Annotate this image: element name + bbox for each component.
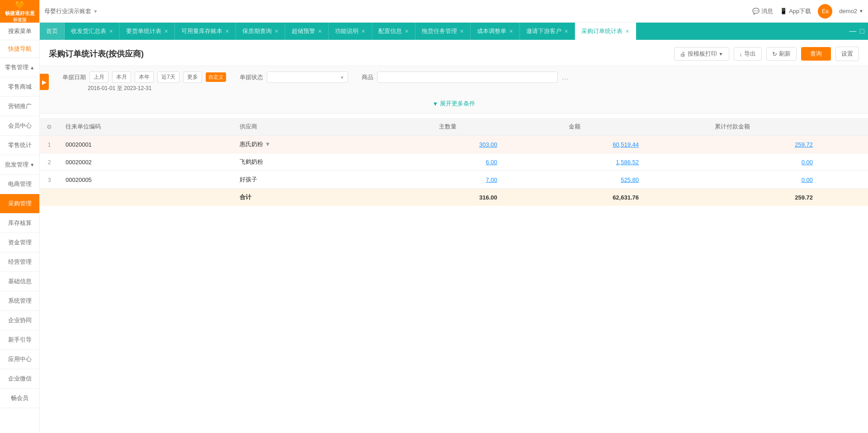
footer-empty2 bbox=[820, 189, 868, 206]
tab-close-icon[interactable]: ✕ bbox=[460, 29, 464, 34]
logo-sub: 标签版 bbox=[13, 17, 27, 23]
sidebar-item-app-center[interactable]: 应用中心 bbox=[0, 350, 39, 369]
tab-shoufahuisum[interactable]: 收发货汇总表 ✕ bbox=[65, 23, 120, 40]
tab-yaoqing[interactable]: 邀请下游客户 ✕ bbox=[520, 23, 575, 40]
tabbar: 首页 收发货汇总表 ✕ 要货单统计表 ✕ 可用量库存账本 ✕ 保质期查询 ✕ 超… bbox=[40, 23, 868, 40]
tab-close-icon[interactable]: ✕ bbox=[625, 29, 629, 34]
row-amount[interactable]: 1,586.52 bbox=[504, 153, 646, 171]
tab-close-icon[interactable]: ✕ bbox=[274, 29, 278, 34]
tab-baozhi[interactable]: 保质期查询 ✕ bbox=[236, 23, 285, 40]
tab-yaohuosum[interactable]: 要货单统计表 ✕ bbox=[120, 23, 175, 40]
sidebar-item-member-center[interactable]: 会员中心 bbox=[0, 116, 39, 136]
date-filter-label: 单据日期 bbox=[62, 73, 86, 81]
sidebar-item-retail-store[interactable]: 零售商城 bbox=[0, 77, 39, 97]
chevron-down-icon: ▲ bbox=[30, 65, 34, 70]
page-content: 采购订单统计表(按供应商) 🖨 按模板打印 ▼ ↓ 导出 ↻ 刷新 查询 设置 bbox=[40, 40, 868, 433]
print-icon: 🖨 bbox=[680, 51, 686, 57]
more-btn[interactable]: 更多 bbox=[183, 71, 202, 83]
row-quantity[interactable]: 6.00 bbox=[392, 153, 504, 171]
tab-peizhi[interactable]: 配置信息 ✕ bbox=[372, 23, 415, 40]
row-index: 3 bbox=[40, 171, 59, 189]
row-amount[interactable]: 525.80 bbox=[504, 171, 646, 189]
sidebar-item-vip[interactable]: 畅会员 bbox=[0, 389, 39, 408]
sidebar-item-retail-stats[interactable]: 零售统计 bbox=[0, 136, 39, 155]
date-range-display: 2016-01-01 至 2023-12-31 bbox=[88, 85, 151, 92]
table-row: 1 00020001 惠氏奶粉 ▼ 303.00 60,519.44 259.7… bbox=[40, 136, 868, 153]
this-month-btn[interactable]: 本月 bbox=[112, 71, 131, 83]
tab-close-icon[interactable]: ✕ bbox=[361, 29, 365, 34]
user-avatar[interactable]: Ea bbox=[818, 4, 832, 19]
row-index: 2 bbox=[40, 153, 59, 171]
table-footer-row: 合计 316.00 62,631.76 259.72 bbox=[40, 189, 868, 206]
sidebar-item-enterprise-wechat[interactable]: 企业微信 bbox=[0, 369, 39, 389]
sidebar-item-new-guide[interactable]: 新手引导 bbox=[0, 330, 39, 350]
message-icon: 💬 bbox=[752, 8, 760, 14]
tab-chaochu[interactable]: 超储预警 ✕ bbox=[285, 23, 329, 40]
column-settings-icon[interactable]: ⚙ bbox=[47, 124, 52, 130]
app-download-action[interactable]: 📱 App下载 bbox=[780, 7, 811, 15]
tab-close-icon[interactable]: ✕ bbox=[164, 29, 168, 34]
row-quantity[interactable]: 303.00 bbox=[392, 136, 504, 153]
col-unit-code-header: 往来单位编码 bbox=[59, 118, 233, 136]
tab-close-icon[interactable]: ✕ bbox=[564, 29, 568, 34]
filter-section: ▶ 单据日期 上月 本月 本年 近7天 更多 自定义 2016-01-01 至 … bbox=[40, 66, 868, 114]
status-select[interactable]: 全部 待审核 已审核 bbox=[267, 71, 348, 83]
settings-button[interactable]: 设置 bbox=[835, 47, 859, 61]
sidebar-item-inventory[interactable]: 库存核算 bbox=[0, 214, 39, 233]
tab-home[interactable]: 首页 bbox=[40, 23, 65, 40]
sidebar-item-batch-mgmt[interactable]: 批发管理 ▼ bbox=[0, 155, 39, 175]
tab-close-icon[interactable]: ✕ bbox=[509, 29, 513, 34]
message-action[interactable]: 💬 消息 bbox=[752, 7, 773, 15]
tab-gongneng[interactable]: 功能说明 ✕ bbox=[329, 23, 372, 40]
goods-input[interactable] bbox=[377, 71, 558, 83]
sidebar-toggle-icon[interactable]: ▶ bbox=[40, 74, 49, 90]
sidebar-item-ecommerce[interactable]: 电商管理 bbox=[0, 175, 39, 194]
row-supplier: 惠氏奶粉 ▼ bbox=[233, 136, 392, 153]
tab-label: 功能说明 bbox=[335, 27, 359, 35]
sidebar-item-basic-info[interactable]: 基础信息 bbox=[0, 272, 39, 291]
tab-close-icon[interactable]: ✕ bbox=[225, 29, 229, 34]
sidebar-item-sys-mgmt[interactable]: 系统管理 bbox=[0, 291, 39, 311]
user-name[interactable]: demo2 ▼ bbox=[839, 8, 863, 14]
row-paid[interactable]: 259.72 bbox=[646, 136, 820, 153]
sidebar-item-purchase-mgmt[interactable]: 采购管理 bbox=[0, 194, 39, 214]
sidebar-item-marketing[interactable]: 营销推广 bbox=[0, 97, 39, 116]
tab-keyongliang[interactable]: 可用量库存账本 ✕ bbox=[175, 23, 236, 40]
tab-caigousum[interactable]: 采购订单统计表 ✕ bbox=[575, 23, 636, 40]
tab-close-icon[interactable]: ✕ bbox=[318, 29, 322, 34]
tab-label: 采购订单统计表 bbox=[581, 27, 623, 35]
custom-date-badge[interactable]: 自定义 bbox=[206, 72, 226, 82]
chevron-down-icon: ▼ bbox=[30, 162, 34, 167]
col-empty-header bbox=[820, 118, 868, 136]
print-button[interactable]: 🖨 按模板打印 ▼ bbox=[674, 47, 729, 61]
col-paid-header: 累计付款金额 bbox=[646, 118, 820, 136]
this-year-btn[interactable]: 本年 bbox=[135, 71, 154, 83]
date-filter: 单据日期 上月 本月 本年 近7天 更多 自定义 2016-01-01 至 20… bbox=[62, 71, 226, 92]
tab-close-icon[interactable]: ✕ bbox=[109, 29, 113, 34]
tab-minimize-icon[interactable]: — bbox=[849, 27, 856, 35]
sidebar-item-search[interactable]: 搜索菜单 bbox=[0, 23, 39, 40]
tab-maximize-icon[interactable]: □ bbox=[860, 27, 864, 35]
chevron-down-icon[interactable]: ▼ bbox=[93, 9, 98, 14]
tab-close-icon[interactable]: ✕ bbox=[405, 29, 409, 34]
row-quantity[interactable]: 7.00 bbox=[392, 171, 504, 189]
sidebar-item-retail-mgmt[interactable]: 零售管理 ▲ bbox=[0, 58, 39, 77]
query-button[interactable]: 查询 bbox=[801, 47, 831, 61]
expand-more-btn[interactable]: ▼ 展开更多条件 bbox=[433, 100, 476, 108]
refresh-button[interactable]: ↻ 刷新 bbox=[766, 47, 797, 61]
export-button[interactable]: ↓ 导出 bbox=[734, 47, 762, 61]
sidebar-item-quick-nav[interactable]: 快捷导航 bbox=[0, 40, 39, 58]
sidebar-item-finance[interactable]: 资金管理 bbox=[0, 233, 39, 252]
table-header-row: ⚙ 往来单位编码 供应商 主数量 金额 累计付款金额 bbox=[40, 118, 868, 136]
last-month-btn[interactable]: 上月 bbox=[90, 71, 108, 83]
row-paid[interactable]: 0.00 bbox=[646, 153, 820, 171]
sidebar-item-ops-mgmt[interactable]: 经营管理 bbox=[0, 252, 39, 272]
tab-chengben[interactable]: 成本调整单 ✕ bbox=[471, 23, 520, 40]
more-options-icon[interactable]: … bbox=[561, 73, 569, 81]
7days-btn[interactable]: 近7天 bbox=[157, 71, 179, 83]
row-paid[interactable]: 0.00 bbox=[646, 171, 820, 189]
export-icon: ↓ bbox=[740, 51, 743, 57]
tab-tuohuo[interactable]: 拖货任务管理 ✕ bbox=[415, 23, 471, 40]
row-amount[interactable]: 60,519.44 bbox=[504, 136, 646, 153]
sidebar-item-enterprise[interactable]: 企业协同 bbox=[0, 311, 39, 330]
